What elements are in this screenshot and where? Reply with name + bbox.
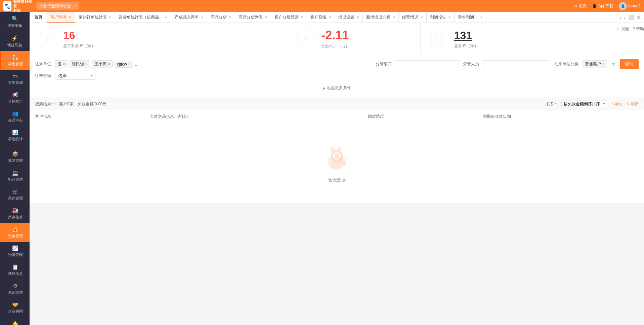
tab-product-analysis[interactable]: 商品分析 ✕ xyxy=(207,12,235,23)
tab-retail-profit[interactable]: 零售利润（ ✕ xyxy=(455,12,486,23)
help-doc-link[interactable]: ? 帮助 xyxy=(633,26,644,32)
tab-close-purchase-order-stats[interactable]: ✕ xyxy=(109,15,112,19)
stat-icon-total-customers xyxy=(429,29,449,49)
remove-tag-wu[interactable]: ✕ xyxy=(62,62,65,66)
tab-purchase-order-stats[interactable]: 采购订单统计表 ✕ xyxy=(75,12,115,23)
tabs-actions: ‹ › ⬜ ✕ xyxy=(616,14,644,21)
tabs-expand-btn[interactable]: ⬜ xyxy=(628,14,635,21)
tabs-close-all-btn[interactable]: ✕ xyxy=(636,14,641,21)
tab-close-customer-accounts[interactable]: ✕ xyxy=(69,15,72,19)
tab-close-customer-contact[interactable]: ✕ xyxy=(329,15,331,19)
balance-select[interactable]: 选择... xyxy=(55,72,95,80)
filter-input-dept[interactable] xyxy=(396,61,459,68)
filter-input-dept-wrapper[interactable]: ··· xyxy=(396,60,459,68)
tab-close-incoming-stats[interactable]: ✕ xyxy=(165,15,168,19)
th-debt-info: 欠款交易信息（占比） xyxy=(144,110,363,123)
filter-input-person-wrapper[interactable]: ··· xyxy=(483,60,550,68)
tab-customer-contact[interactable]: 客户联络 ✕ xyxy=(307,12,335,23)
category-dropdown-btn[interactable]: ▼ xyxy=(611,62,616,67)
sidebar-item-retail-stats[interactable]: 📊 零售统计 xyxy=(0,126,30,145)
tab-cost-inbound[interactable]: 产成品入库单 ✕ xyxy=(171,12,207,23)
sidebar-item-marketing[interactable]: 📢 营销推广 xyxy=(0,88,30,107)
tab-close-new-achievement[interactable]: ✕ xyxy=(392,15,395,19)
stat-value-debt-customers: 16 xyxy=(63,29,95,42)
filter-tag-wang: 王小亮 ✕ xyxy=(92,60,113,68)
svg-text:¥: ¥ xyxy=(45,34,50,44)
category-select-wrapper[interactable]: ▼ xyxy=(611,62,616,67)
tab-customer-accounts[interactable]: 客户账本 ✕ xyxy=(47,12,75,23)
sys-icon: ⚙ xyxy=(13,283,17,289)
tab-product-analysis-list[interactable]: 商品分析列表 ✕ xyxy=(235,12,271,23)
tab-close-ops-status[interactable]: ✕ xyxy=(420,15,423,19)
tab-ops-status[interactable]: 经营情况 ✕ xyxy=(399,12,427,23)
refresh-btn[interactable]: ↻ 刷新 xyxy=(626,101,639,107)
balance-select-wrapper[interactable]: 选择... xyxy=(55,72,95,80)
tabs-prev-btn[interactable]: ‹ xyxy=(619,14,622,21)
stat-debt-total: ✦ -2.11 欠款合计（万） xyxy=(225,23,421,55)
filter-input-person-suffix: ··· xyxy=(545,62,548,66)
logo-text: 畅捷通好生意标版 xyxy=(13,0,33,13)
tab-close-profit-report[interactable]: ✕ xyxy=(448,15,451,19)
sidebar-item-search-menu[interactable]: 🔍 搜索菜单 xyxy=(0,12,30,32)
enterprise-selector[interactable]: 母婴行业演示帐套 xyxy=(36,2,79,10)
enterprise-selector-wrapper[interactable]: 母婴行业演示帐套 xyxy=(36,2,79,10)
filter-tags-category: 普通客户 ✕ xyxy=(583,60,607,68)
empty-state: 暂无数据 xyxy=(30,123,644,203)
tab-new-achievement[interactable]: 新增提成方案 ✕ xyxy=(363,12,399,23)
remove-tag-cjttcw[interactable]: ✕ xyxy=(128,62,131,66)
query-btn[interactable]: 查询 xyxy=(620,59,639,69)
empty-illustration xyxy=(322,143,352,174)
filter-label-unit: 往来单位 xyxy=(35,61,51,67)
stat-total-customers: 131 总客户（家） xyxy=(421,23,616,55)
filter-more-btn[interactable]: ... xyxy=(135,62,138,67)
remove-tag-wang[interactable]: ✕ xyxy=(108,62,110,66)
sidebar-item-ops-mgmt[interactable]: 📈 经营管理 xyxy=(0,242,30,261)
sidebar-item-inventory[interactable]: 🏭 库存核算 xyxy=(0,204,30,223)
sidebar-item-new-guide[interactable]: 🌟 新手引导 xyxy=(0,317,30,325)
remove-tag-normal-customer[interactable]: ✕ xyxy=(602,62,605,66)
tab-customer-tier[interactable]: 客户分层经营 ✕ xyxy=(271,12,307,23)
stat-text-debt-customers: 16 总欠款客户（家） xyxy=(63,29,95,49)
stat-label-debt-customers: 总欠款客户（家） xyxy=(63,43,95,49)
stat-total-debt-customers: ¥ 16 总欠款客户（家） xyxy=(30,23,225,55)
tabs-next-btn[interactable]: › xyxy=(623,14,626,21)
stat-label-debt-total: 欠款合计（万） xyxy=(321,44,349,49)
sort-select[interactable]: 按欠款金额倒序排序 xyxy=(561,101,607,107)
sidebar-item-retail-mgmt[interactable]: 🏪 零售管理 xyxy=(0,51,30,70)
tab-profit-report[interactable]: 利润报告 ✕ xyxy=(427,12,455,23)
sidebar-item-basic-info[interactable]: 📋 基础信息 xyxy=(0,261,30,280)
tab-close-retail-profit[interactable]: ✕ xyxy=(480,15,483,19)
app-download-btn[interactable]: 📱 App下载 xyxy=(592,3,613,9)
tab-close-customer-tier[interactable]: ✕ xyxy=(301,15,303,19)
sidebar-item-member-center[interactable]: 👥 会员中心 xyxy=(0,107,30,126)
coop-icon: 🤝 xyxy=(12,302,18,308)
sidebar-item-quick-nav[interactable]: ⚡ 快捷导航 xyxy=(0,32,30,51)
filter-tag-cjttcw: cjttcw ✕ xyxy=(115,61,133,68)
svg-text:✦: ✦ xyxy=(303,35,309,43)
sidebar-item-enterprise-coop[interactable]: 🤝 企业协同 xyxy=(0,298,30,317)
remove-tag-chen[interactable]: ✕ xyxy=(85,62,88,66)
sidebar-item-wholesale-mgmt[interactable]: 📦 批发管理 xyxy=(0,148,30,167)
tab-incoming-stats[interactable]: 进货单统计表（按商品） ✕ xyxy=(115,12,171,23)
messages-btn[interactable]: ✉ 消息 xyxy=(574,3,587,9)
sidebar-item-sys-mgmt[interactable]: ⚙ 系统管理 xyxy=(0,280,30,298)
tab-reminder-settings[interactable]: 提成设置 ✕ xyxy=(335,12,363,23)
sidebar-item-ecom-mgmt[interactable]: 💻 电商管理 xyxy=(0,167,30,185)
sidebar-item-finance-mgmt[interactable]: 💰 资金管理 xyxy=(0,223,30,242)
member-icon: 👥 xyxy=(12,111,18,117)
empty-text: 暂无数据 xyxy=(328,177,346,183)
results-summary: 搜索结果中，客户0家 xyxy=(35,101,74,107)
help-video-link[interactable]: ▷ 视频 xyxy=(616,26,629,32)
tab-close-product-analysis[interactable]: ✕ xyxy=(229,15,231,19)
tab-close-product-analysis-list[interactable]: ✕ xyxy=(265,15,267,19)
sidebar-item-retail-mall[interactable]: 🛍 零售商城 xyxy=(0,70,30,88)
tab-close-cost-inbound[interactable]: ✕ xyxy=(201,15,204,19)
filter-tags-unit: 伍 ✕ 陈民强 ✕ 王小亮 ✕ xyxy=(55,60,372,68)
filter-input-person[interactable] xyxy=(483,61,550,68)
user-avatar-btn[interactable]: 👤 demo2 xyxy=(619,2,641,10)
sidebar-item-purchase-mgmt[interactable]: 🛒 采购管理 xyxy=(0,185,30,204)
tab-close-reminder-settings[interactable]: ✕ xyxy=(356,15,359,19)
export-btn[interactable]: ↑ 导出 xyxy=(611,101,622,107)
tab-home[interactable]: 首页 xyxy=(30,12,47,23)
collapse-btn[interactable]: ∧ 收起更多条件 xyxy=(320,84,354,92)
